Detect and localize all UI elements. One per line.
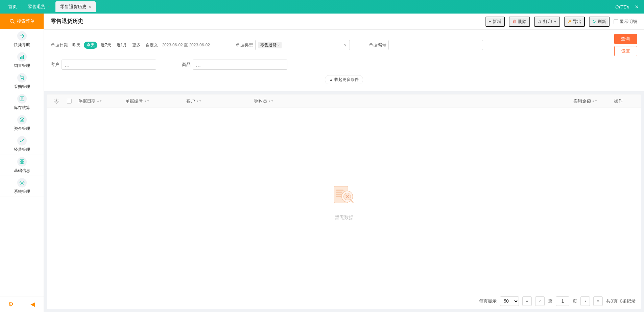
th-settings-button[interactable] [50,98,63,104]
th-date[interactable]: 单据日期 ▲▼ [75,98,123,104]
customer-filter-input[interactable]: ... [62,60,156,70]
th-customer-sort[interactable]: ▲▼ [196,99,201,103]
basic-info-icon [17,157,27,166]
pagination-bar: 每页显示 50 10 20 100 « ‹ 第 页 › » 共0页, 0条记录 [47,293,641,309]
refresh-button[interactable]: ↻ 刷新 [589,17,610,27]
th-amount-sort[interactable]: ▲▼ [592,99,597,103]
purchase-mgmt-icon [17,73,27,83]
top-bar-right: OfTEn × [615,3,641,10]
display-toggle[interactable]: 显示明细 [614,19,637,25]
date-yesterday[interactable]: 昨天 [70,42,82,49]
collapse-button[interactable]: ▲ 收起更多条件 [325,75,363,84]
th-customer[interactable]: 客户 ▲▼ [184,98,251,104]
tab-home[interactable]: 首页 [3,1,22,12]
customer-ellipsis: ... [65,62,70,68]
type-tag-label: 零售退货 [260,42,277,48]
last-page-button[interactable]: » [593,296,603,306]
svg-point-14 [56,101,57,102]
next-page-button[interactable]: › [580,296,590,306]
sidebar-item-quick-nav[interactable]: 快捷导航 [0,29,44,50]
sidebar-item-basic-info[interactable]: 基础信息 [0,155,44,176]
type-filter: 单据类型 零售退货 × ∨ [236,40,350,50]
svg-line-1 [13,22,14,23]
sidebar-item-finance[interactable]: 资金管理 [0,113,44,134]
th-guide[interactable]: 导购员 ▲▼ [251,98,312,104]
date-custom[interactable]: 自定义 [144,42,160,49]
empty-state-icon [329,180,359,210]
system-mgmt-icon [17,178,27,187]
page-input[interactable] [556,296,569,306]
brand-text: OfTEn [615,4,630,9]
delete-button[interactable]: 🗑 删除 [509,17,530,27]
sidebar-item-quick-nav-label: 快捷导航 [14,42,30,48]
tab-retail-return-close[interactable]: × [47,5,49,9]
sidebar-search-button[interactable]: 搜索菜单 [0,14,44,29]
goods-filter-input[interactable]: ... [193,60,287,70]
content-area: 零售退货历史 + 新增 🗑 删除 🖨 打印 ▼ ↗ 导出 [44,14,644,312]
table-header: 单据日期 ▲▼ 单据编号 ▲▼ 客户 ▲▼ 导购员 ▲▼ 实销金额 [47,94,641,108]
th-checkbox[interactable] [63,99,75,104]
tab-retail-return-history-label: 零售退货历史 [60,4,87,10]
svg-point-13 [21,182,23,184]
th-number-sort[interactable]: ▲▼ [144,99,149,103]
empty-state: 暂无数据 [47,108,641,293]
total-label: 共0页, 0条记录 [606,298,636,304]
page-title: 零售退货历史 [51,18,83,25]
sidebar-item-system-mgmt-label: 系统管理 [14,189,30,195]
sidebar-item-sales-mgmt[interactable]: 销售管理 [0,50,44,71]
empty-state-text: 暂无数据 [335,215,354,221]
delete-icon: 🗑 [512,19,517,24]
date-1month[interactable]: 近1月 [115,42,129,49]
page-size-label: 每页显示 [479,298,497,304]
date-today[interactable]: 今天 [84,42,97,49]
sidebar-settings-button[interactable]: ⚙ [0,296,22,312]
type-filter-dropdown[interactable]: 零售退货 × ∨ [255,40,350,50]
th-amount[interactable]: 实销金额 ▲▼ [571,98,611,104]
display-checkbox[interactable] [614,19,618,24]
th-number[interactable]: 单据编号 ▲▼ [123,98,184,104]
filter-row-1: 单据日期 昨天 今天 近7天 近1月 更多 自定义 2023-06-02 至 2… [51,34,637,56]
first-page-button[interactable]: « [522,296,532,306]
th-guide-sort[interactable]: ▲▼ [268,99,273,103]
tab-retail-return-history-close[interactable]: × [89,5,91,9]
date-range-display: 2023-06-02 至 2023-06-02 [162,42,210,48]
inventory-icon [17,94,27,104]
type-tag: 零售退货 × [258,42,282,48]
sidebar-item-operations[interactable]: 经营管理 [0,134,44,155]
setting-button[interactable]: 设置 [614,46,637,56]
sidebar-collapse-button[interactable]: ◀ [22,296,44,312]
svg-rect-11 [20,162,22,164]
th-guide-label: 导购员 [254,98,267,104]
add-icon: + [489,19,492,24]
page-header: 零售退货历史 + 新增 🗑 删除 🖨 打印 ▼ ↗ 导出 [44,14,644,30]
query-button[interactable]: 查询 [614,34,637,44]
filter-row-2: 客户 ... 商品 ... [51,60,637,70]
th-number-label: 单据编号 [125,98,143,104]
goods-filter-label: 商品 [182,62,191,68]
th-date-sort[interactable]: ▲▼ [97,99,102,103]
tab-retail-return[interactable]: 零售退货 × [23,1,54,12]
sidebar-item-system-mgmt[interactable]: 系统管理 [0,176,44,197]
print-label: 打印 [543,19,552,25]
sidebar-item-inventory[interactable]: 库存核算 [0,92,44,113]
sidebar-item-inventory-label: 库存核算 [14,105,30,111]
th-operation-label: 操作 [614,98,623,104]
number-filter-input[interactable] [388,40,483,50]
sidebar-item-purchase-mgmt[interactable]: 采购管理 [0,71,44,92]
date-7days[interactable]: 近7天 [99,42,113,49]
svg-rect-3 [21,56,22,59]
date-more[interactable]: 更多 [130,42,142,49]
query-button-label: 查询 [621,36,630,42]
page-size-select[interactable]: 50 10 20 100 [500,296,519,306]
print-button[interactable]: 🖨 打印 ▼ [534,17,560,27]
prev-page-button[interactable]: ‹ [535,296,545,306]
th-customer-label: 客户 [186,98,195,104]
tab-retail-return-history[interactable]: 零售退货历史 × [55,1,95,12]
export-button[interactable]: ↗ 导出 [564,17,585,27]
window-close-button[interactable]: × [633,3,641,10]
add-button[interactable]: + 新增 [485,17,505,27]
top-bar: 首页 零售退货 × 零售退货历史 × OfTEn × [0,0,644,14]
refresh-label: 刷新 [597,19,606,25]
sidebar-item-purchase-mgmt-label: 采购管理 [14,84,30,90]
type-tag-close[interactable]: × [278,43,280,47]
